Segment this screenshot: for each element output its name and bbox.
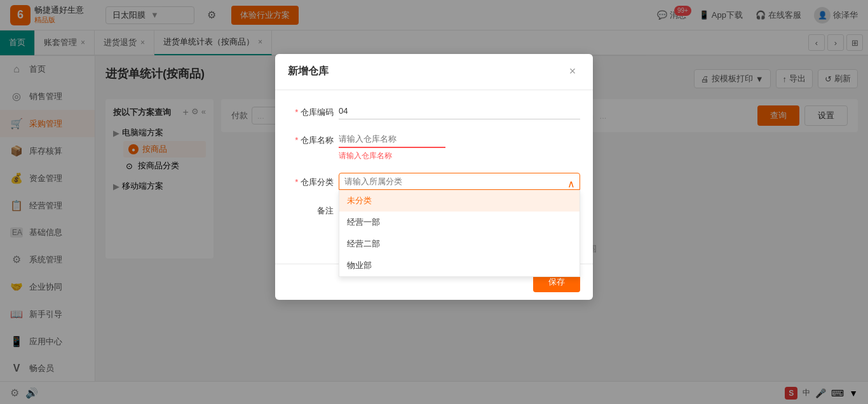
- remark-label: 备注: [288, 201, 339, 217]
- category-select-container: ∧ 未分类 经营一部 经营二部 物业部: [339, 173, 580, 190]
- form-row-code: * 仓库编码: [288, 103, 580, 119]
- code-required-star: *: [295, 107, 298, 117]
- modal-header: 新增仓库 ×: [275, 54, 593, 90]
- dropdown-item-uncategorized[interactable]: 未分类: [339, 190, 580, 212]
- modal-add-warehouse: 新增仓库 × * 仓库编码 * 仓库名称: [275, 54, 593, 300]
- modal-overlay[interactable]: 新增仓库 × * 仓库编码 * 仓库名称: [0, 0, 868, 404]
- category-dropdown: 未分类 经营一部 经营二部 物业部: [339, 190, 580, 277]
- modal-close-button[interactable]: ×: [565, 64, 580, 79]
- modal-title: 新增仓库: [288, 65, 329, 78]
- name-required-star: *: [295, 135, 298, 145]
- dropdown-item-dept3[interactable]: 物业部: [339, 255, 580, 276]
- category-select-input[interactable]: [339, 173, 580, 190]
- form-row-category: * 仓库分类 ∧ 未分类 经营一部 经营二部 物业部: [288, 173, 580, 190]
- dropdown-item-dept1[interactable]: 经营一部: [339, 212, 580, 233]
- dropdown-item-dept2[interactable]: 经营二部: [339, 233, 580, 255]
- category-label: * 仓库分类: [288, 173, 339, 188]
- form-row-name: * 仓库名称 请输入仓库名称: [288, 131, 580, 161]
- category-required-star: *: [295, 177, 298, 187]
- name-input[interactable]: [339, 131, 445, 148]
- name-error-message: 请输入仓库名称: [339, 151, 392, 160]
- modal-body: * 仓库编码 * 仓库名称 请输入仓库名称: [275, 90, 593, 264]
- code-input[interactable]: [339, 103, 580, 119]
- category-arrow-up-icon[interactable]: ∧: [567, 178, 575, 190]
- code-label: * 仓库编码: [288, 103, 339, 118]
- name-label: * 仓库名称: [288, 131, 339, 146]
